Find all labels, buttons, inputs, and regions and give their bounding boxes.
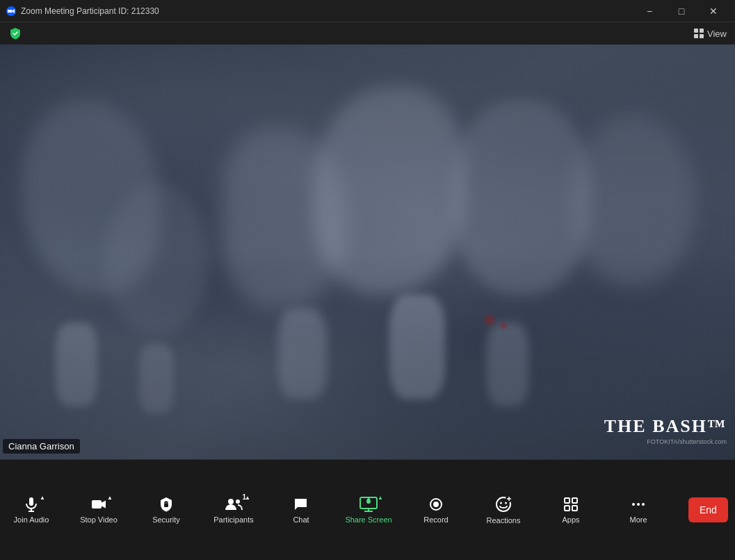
- record-button[interactable]: Record: [412, 482, 460, 538]
- join-audio-icon-wrap: ▲: [23, 496, 40, 513]
- microphone-icon: [23, 496, 40, 513]
- share-screen-icon: [360, 496, 378, 513]
- join-audio-button[interactable]: ▲ Join Audio: [7, 482, 56, 538]
- svg-point-20: [433, 502, 439, 507]
- svg-rect-2: [700, 29, 704, 33]
- chat-bubble-icon: [293, 496, 309, 513]
- more-button[interactable]: More: [614, 482, 663, 538]
- emoji-icon: [494, 495, 512, 513]
- svg-point-33: [642, 503, 645, 506]
- reactions-icon-wrap: [494, 495, 512, 513]
- security-shield: [8, 26, 22, 40]
- more-label: More: [629, 515, 647, 524]
- close-button[interactable]: ✕: [697, 0, 729, 22]
- record-label: Record: [423, 515, 448, 524]
- participants-button[interactable]: 1 ▲ Participants: [209, 482, 258, 538]
- svg-point-12: [228, 499, 234, 504]
- security-icon-wrap: [158, 496, 175, 513]
- reactions-label: Reactions: [487, 516, 521, 525]
- video-arrow-icon: ▲: [107, 495, 113, 501]
- svg-point-22: [500, 502, 502, 504]
- title-bar: Zoom Meeting Participant ID: 212330 − □ …: [0, 0, 735, 22]
- reactions-button[interactable]: Reactions: [479, 482, 528, 538]
- maximize-button[interactable]: □: [665, 0, 697, 22]
- svg-rect-3: [694, 34, 698, 38]
- window-controls[interactable]: − □ ✕: [633, 0, 729, 22]
- svg-rect-4: [700, 34, 704, 38]
- watermark: THE BASH™ FOTOKITA/shutterstock.com: [604, 415, 727, 445]
- svg-rect-8: [92, 500, 102, 509]
- svg-rect-1: [694, 29, 698, 33]
- apps-grid-icon: [563, 496, 579, 513]
- video-display: THE BASH™ FOTOKITA/shutterstock.com Cian…: [0, 45, 735, 459]
- shield-icon: [8, 26, 22, 40]
- svg-point-31: [632, 503, 635, 506]
- svg-point-23: [505, 502, 507, 504]
- participants-icon-wrap: 1 ▲: [224, 496, 243, 513]
- minimize-button[interactable]: −: [633, 0, 665, 22]
- share-screen-label: Share Screen: [345, 515, 391, 524]
- video-background: [0, 45, 735, 459]
- join-audio-label: Join Audio: [14, 515, 49, 524]
- svg-rect-30: [572, 506, 577, 511]
- zoom-app-icon: [6, 6, 17, 17]
- chat-label: Chat: [293, 515, 309, 524]
- svg-point-13: [236, 499, 240, 504]
- end-meeting-button[interactable]: End: [688, 497, 728, 522]
- view-button[interactable]: View: [693, 28, 727, 39]
- apps-button[interactable]: Apps: [547, 482, 595, 538]
- menu-bar: View: [0, 22, 735, 45]
- speaker-name-tag: Cianna Garrison: [3, 439, 80, 454]
- svg-rect-28: [572, 498, 577, 503]
- more-icon-wrap: [630, 496, 647, 513]
- participants-icon: [224, 496, 243, 513]
- stop-video-icon-wrap: ▲: [90, 496, 107, 513]
- chat-icon-wrap: [293, 496, 309, 513]
- record-icon: [428, 496, 444, 513]
- share-screen-icon-wrap: ▲: [360, 496, 378, 513]
- chat-button[interactable]: Chat: [277, 482, 325, 538]
- svg-rect-29: [565, 506, 570, 511]
- watermark-attribution: FOTOKITA/shutterstock.com: [604, 438, 727, 445]
- security-button[interactable]: Security: [142, 482, 191, 538]
- view-label: View: [707, 29, 727, 39]
- share-screen-button[interactable]: ▲ Share Screen: [344, 482, 393, 538]
- meeting-toolbar: ▲ Join Audio ▲ Stop Video Security: [0, 459, 735, 560]
- stop-video-button[interactable]: ▲ Stop Video: [74, 482, 123, 538]
- security-label: Security: [152, 515, 180, 524]
- svg-rect-27: [565, 498, 570, 503]
- apps-label: Apps: [562, 515, 579, 524]
- grid-view-icon: [693, 28, 704, 39]
- participants-arrow-icon: ▲: [245, 495, 250, 501]
- record-icon-wrap: [428, 496, 444, 513]
- titlebar-left: Zoom Meeting Participant ID: 212330: [6, 6, 159, 17]
- camera-icon: [90, 496, 107, 513]
- brand-name: THE BASH™: [604, 415, 727, 437]
- shield-lock-icon: [158, 496, 175, 513]
- share-screen-arrow-icon: ▲: [378, 495, 383, 501]
- svg-point-32: [637, 503, 640, 506]
- more-dots-icon: [630, 496, 647, 513]
- apps-icon-wrap: [563, 496, 579, 513]
- svg-rect-5: [29, 497, 33, 506]
- participants-label: Participants: [213, 515, 253, 524]
- window-title: Zoom Meeting Participant ID: 212330: [21, 6, 159, 16]
- audio-arrow-icon: ▲: [40, 495, 45, 501]
- stop-video-label: Stop Video: [80, 515, 118, 524]
